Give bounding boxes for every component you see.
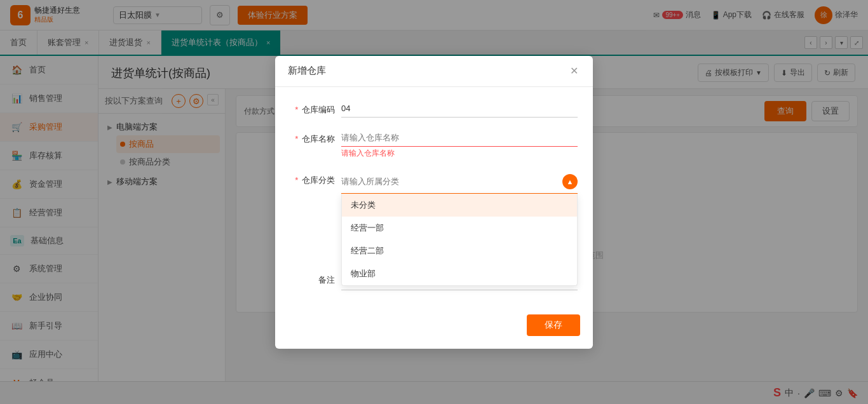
category-input[interactable] (341, 177, 562, 186)
save-button[interactable]: 保存 (527, 314, 580, 336)
modal-footer: 保存 (275, 308, 593, 349)
code-input[interactable] (341, 100, 578, 118)
modal-overlay[interactable]: 新增仓库 ✕ * 仓库编码 * 仓库名称 请输入仓库名称 (0, 0, 868, 404)
modal-title: 新增仓库 (288, 65, 326, 77)
code-label: * 仓库编码 (290, 100, 341, 116)
name-input[interactable] (341, 129, 578, 147)
category-label: * 仓库分类 (290, 170, 341, 186)
modal-new-warehouse: 新增仓库 ✕ * 仓库编码 * 仓库名称 请输入仓库名称 (275, 56, 593, 349)
dropdown-item-1[interactable]: 经营一部 (342, 217, 577, 239)
dropdown-item-0[interactable]: 未分类 (342, 194, 577, 217)
name-label: * 仓库名称 (290, 129, 341, 145)
form-row-name: * 仓库名称 请输入仓库名称 (290, 129, 578, 159)
dropdown-item-2[interactable]: 经营二部 (342, 239, 577, 262)
modal-header: 新增仓库 ✕ (275, 56, 593, 87)
category-arrow-icon[interactable]: ▲ (562, 174, 578, 189)
note-label: 备注 (290, 270, 341, 286)
modal-close-button[interactable]: ✕ (567, 65, 580, 77)
form-row-code: * 仓库编码 (290, 100, 578, 118)
modal-body: * 仓库编码 * 仓库名称 请输入仓库名称 * (275, 87, 593, 308)
dropdown-item-3[interactable]: 物业部 (342, 262, 577, 285)
form-row-category: * 仓库分类 ▲ 未分类 经营一部 经营二部 物业部 (290, 170, 578, 194)
name-field-group: 请输入仓库名称 (341, 129, 578, 159)
name-error-text: 请输入仓库名称 (341, 148, 578, 159)
category-dropdown-trigger[interactable]: ▲ (341, 170, 578, 194)
category-dropdown-menu: 未分类 经营一部 经营二部 物业部 (341, 194, 578, 286)
category-field-wrapper: ▲ 未分类 经营一部 经营二部 物业部 (341, 170, 578, 194)
